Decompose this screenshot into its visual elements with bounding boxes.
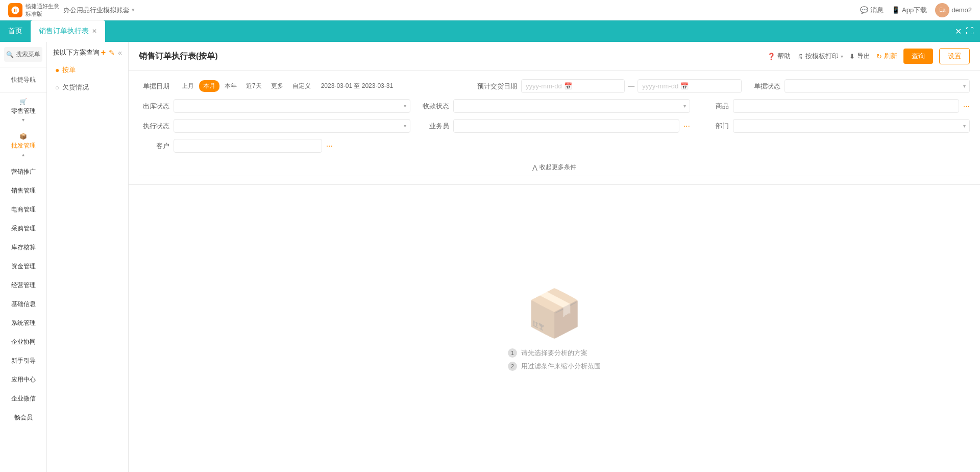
customer-input[interactable] <box>174 139 322 153</box>
user-avatar[interactable]: Ea demo2 <box>935 3 972 17</box>
breadcrumb-arrow: ▾ <box>132 7 135 13</box>
sidebar-item-ecommerce[interactable]: 电商管理 <box>0 200 46 219</box>
empty-steps: 1 请先选择要分析的方案 2 用过滤条件来缩小分析范围 <box>508 348 601 371</box>
customer-label: 客户 <box>139 141 169 151</box>
salesman-label: 业务员 <box>419 122 449 131</box>
goods-more-icon[interactable]: ··· <box>963 102 970 111</box>
customer-more-icon[interactable]: ··· <box>326 141 333 151</box>
date-tab-current-month[interactable]: 本月 <box>199 80 219 92</box>
date-tab-custom[interactable]: 自定义 <box>288 80 315 92</box>
sidebar-item-inventory[interactable]: 库存核算 <box>0 238 46 257</box>
content-area: 按以下方案查询 + ✎ « ● 按单 ○ 欠货情况 销售订单执行表(按单) <box>47 42 980 472</box>
sidebar-item-newbie[interactable]: 新手引导 <box>0 351 46 370</box>
sidebar-item-apps[interactable]: 应用中心 <box>0 370 46 389</box>
expected-date-start[interactable]: yyyy-mm-dd 📅 <box>521 79 625 93</box>
search-menu-button[interactable]: 🔍 搜索菜单 <box>4 47 42 62</box>
help-button[interactable]: ❓ 帮助 <box>767 52 791 61</box>
sidebar: 🔍 搜索菜单 快捷导航 🛒 零售管理 ▾ 📦 批发管理 ▴ 营销推广 <box>0 42 47 472</box>
top-header: 畅捷通好生意 标准版 办公用品行业模拟账套 ▾ 💬 消息 📱 App下载 Ea … <box>0 0 980 20</box>
plan-item-按单[interactable]: ● 按单 <box>47 61 128 79</box>
filter-customer: 客户 ··· <box>139 139 333 153</box>
tab-expand-icon[interactable]: ⛶ <box>966 27 974 36</box>
goods-input[interactable] <box>733 99 959 113</box>
settings-button[interactable]: 设置 <box>939 48 970 64</box>
edit-plan-icon[interactable]: ✎ <box>109 49 115 57</box>
date-tabs: 上月 本月 本年 近7天 更多 自定义 <box>178 80 315 92</box>
export-button[interactable]: ⬇ 导出 <box>849 52 870 61</box>
tab-bar: 首页 销售订单执行表 ✕ ✕ ⛶ <box>0 20 980 42</box>
filter-payment-status: 收款状态 未收款 部分收款 全部收款 ▾ <box>419 99 690 113</box>
date-separator: — <box>628 82 634 90</box>
salesman-more-icon[interactable]: ··· <box>683 122 690 131</box>
sidebar-item-enterprise[interactable]: 企业协同 <box>0 333 46 351</box>
expected-date-end[interactable]: yyyy-mm-dd 📅 <box>638 79 741 93</box>
sidebar-item-marketing[interactable]: 营销推广 <box>0 162 46 181</box>
filter-expected-delivery: 预计交货日期 yyyy-mm-dd 📅 — yyyy-mm-dd 📅 <box>477 79 742 93</box>
exec-status-select[interactable]: 执行中 已完成 <box>174 119 410 133</box>
sidebar-menu: 🛒 零售管理 ▾ 📦 批发管理 ▴ 营销推广 销售管理 电商管理 采购管理 <box>0 93 46 472</box>
sidebar-item-member[interactable]: 畅会员 <box>0 408 46 427</box>
calendar-icon: 📅 <box>564 82 572 90</box>
avatar-image: Ea <box>935 3 949 17</box>
filter-date: 单据日期 上月 本月 本年 近7天 更多 自定义 2023-03-01 至 20… <box>139 80 469 92</box>
message-button[interactable]: 💬 消息 <box>860 6 884 15</box>
breadcrumb[interactable]: 办公用品行业模拟账套 ▾ <box>63 6 135 15</box>
dept-select[interactable] <box>733 119 970 133</box>
app-download-button[interactable]: 📱 App下载 <box>892 6 927 15</box>
collapse-label: 收起更多条件 <box>540 163 576 172</box>
sidebar-item-sales[interactable]: 销售管理 <box>0 181 46 200</box>
sidebar-item-system[interactable]: 系统管理 <box>0 314 46 333</box>
date-tab-current-year[interactable]: 本年 <box>220 80 241 92</box>
print-button[interactable]: 🖨 按模板打印 ▾ <box>797 52 843 61</box>
order-status-select[interactable]: 未审核 已审核 已完成 <box>785 79 970 93</box>
chevron-down-icon: ▾ <box>22 117 24 123</box>
filter-order-status: 单据状态 未审核 已审核 已完成 ▾ <box>750 79 970 93</box>
tab-close-button[interactable]: ✕ <box>92 28 97 35</box>
collapse-bar[interactable]: ⋀ 收起更多条件 <box>139 159 970 176</box>
sidebar-item-finance[interactable]: 资金管理 <box>0 257 46 276</box>
message-icon: 💬 <box>860 6 868 14</box>
plan-active-icon: ● <box>55 66 59 74</box>
expected-date-range: yyyy-mm-dd 📅 — yyyy-mm-dd 📅 <box>521 79 742 93</box>
sidebar-item-basics[interactable]: 基础信息 <box>0 295 46 314</box>
empty-step-2: 2 用过滤条件来缩小分析范围 <box>508 362 601 371</box>
filter-row-4: 客户 ··· <box>139 139 970 153</box>
date-tab-last-month[interactable]: 上月 <box>178 80 198 92</box>
collapse-panel-icon[interactable]: « <box>118 49 122 57</box>
sidebar-item-quick-nav[interactable]: 快捷导航 <box>0 72 46 88</box>
order-status-label: 单据状态 <box>750 82 780 91</box>
date-tab-more[interactable]: 更多 <box>267 80 287 92</box>
date-tab-last7days[interactable]: 近7天 <box>242 80 266 92</box>
order-status-select-wrap: 未审核 已审核 已完成 ▾ <box>785 79 970 93</box>
sidebar-item-wechat[interactable]: 企业微信 <box>0 389 46 408</box>
out-status-select-wrap: 未出库 部分出库 全部出库 ▾ <box>174 99 410 113</box>
sidebar-item-wholesale[interactable]: 📦 批发管理 ▴ <box>0 128 46 162</box>
page-actions: ❓ 帮助 🖨 按模板打印 ▾ ⬇ 导出 ↻ 刷新 <box>767 48 970 64</box>
salesman-input[interactable] <box>453 119 679 133</box>
filter-row-3: 执行状态 执行中 已完成 ▾ 业务员 ··· <box>139 119 970 133</box>
out-status-select[interactable]: 未出库 部分出库 全部出库 <box>174 99 410 113</box>
logo-area: 畅捷通好生意 标准版 <box>8 3 59 17</box>
sidebar-item-operations[interactable]: 经营管理 <box>0 276 46 295</box>
main-content: 销售订单执行表(按单) ❓ 帮助 🖨 按模板打印 ▾ ⬇ 导出 <box>129 42 980 472</box>
payment-status-select[interactable]: 未收款 部分收款 全部收款 <box>453 99 690 113</box>
export-icon: ⬇ <box>849 53 855 60</box>
filter-row-2: 出库状态 未出库 部分出库 全部出库 ▾ 收款状态 <box>139 99 970 113</box>
empty-state: 📦 1 请先选择要分析的方案 2 用过滤条件来缩小分析范围 <box>129 185 980 472</box>
help-icon: ❓ <box>767 53 775 60</box>
sidebar-item-retail[interactable]: 🛒 零售管理 ▾ <box>0 93 46 128</box>
page-title-bar: 销售订单执行表(按单) ❓ 帮助 🖨 按模板打印 ▾ ⬇ 导出 <box>129 42 980 71</box>
chevron-up-icon: ▴ <box>22 152 24 157</box>
header-left: 畅捷通好生意 标准版 办公用品行业模拟账套 ▾ <box>8 3 135 17</box>
query-button[interactable]: 查询 <box>903 49 933 64</box>
refresh-icon: ↻ <box>876 53 882 60</box>
plan-item-欠货[interactable]: ○ 欠货情况 <box>47 79 128 96</box>
add-plan-icon[interactable]: + <box>101 48 106 57</box>
dept-select-wrap: ▾ <box>733 119 970 133</box>
tab-home[interactable]: 首页 <box>0 20 31 42</box>
sidebar-item-purchase[interactable]: 采购管理 <box>0 219 46 238</box>
tab-sales-exec[interactable]: 销售订单执行表 ✕ <box>31 20 105 42</box>
refresh-button[interactable]: ↻ 刷新 <box>876 52 897 61</box>
tab-close-all-icon[interactable]: ✕ <box>955 27 962 36</box>
page-title: 销售订单执行表(按单) <box>139 51 218 62</box>
